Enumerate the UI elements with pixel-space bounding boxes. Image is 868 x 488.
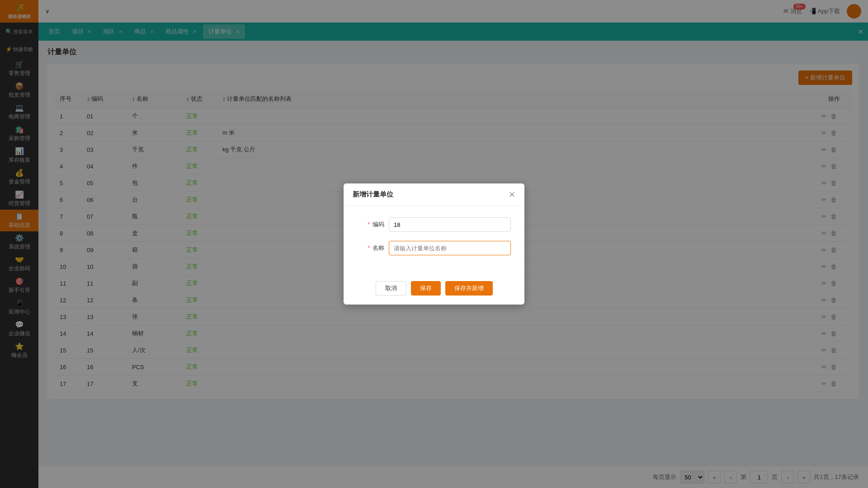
- required-mark-name: *: [368, 244, 370, 251]
- form-label-code: * 编码: [357, 221, 384, 229]
- save-button[interactable]: 保存: [411, 281, 441, 296]
- save-new-button[interactable]: 保存并新增: [445, 281, 493, 296]
- cancel-button[interactable]: 取消: [376, 281, 406, 296]
- modal-footer: 取消 保存 保存并新增: [344, 276, 524, 305]
- name-input[interactable]: [389, 241, 511, 255]
- modal-body: * 编码 * 名称: [344, 206, 524, 276]
- modal-overlay[interactable]: 新增计量单位 ✕ * 编码 * 名称 取消 保存 保存并新增: [0, 0, 868, 488]
- code-input[interactable]: [389, 217, 511, 232]
- add-unit-modal: 新增计量单位 ✕ * 编码 * 名称 取消 保存 保存并新增: [344, 183, 524, 305]
- form-label-name: * 名称: [357, 244, 384, 252]
- modal-title: 新增计量单位: [353, 190, 393, 199]
- modal-header: 新增计量单位 ✕: [344, 183, 524, 206]
- modal-close-button[interactable]: ✕: [509, 191, 515, 199]
- form-row-name: * 名称: [357, 241, 511, 255]
- form-row-code: * 编码: [357, 217, 511, 232]
- required-mark-code: *: [368, 221, 370, 228]
